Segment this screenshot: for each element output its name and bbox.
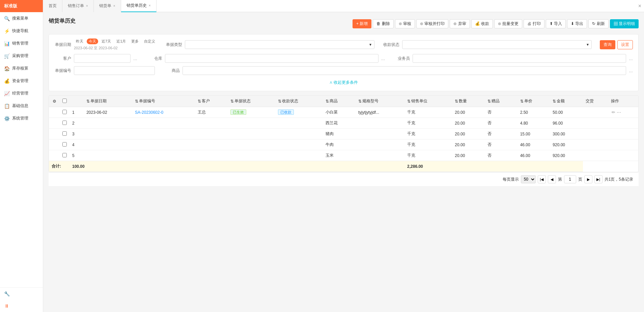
per-page-select[interactable]: 50 (521, 175, 536, 183)
table-header-qty[interactable]: ⇅数量 (452, 96, 485, 107)
delete-button[interactable]: 🗑 删除 (373, 19, 393, 28)
row-unit: 千克 (404, 129, 452, 139)
last-page-button[interactable]: ▶| (594, 175, 603, 183)
row-date: 2023-06-02 (84, 107, 132, 118)
warehouse-dots[interactable]: ... (381, 56, 385, 61)
staff-dots[interactable]: ... (629, 56, 633, 61)
goods-input[interactable] (183, 66, 626, 75)
row-spec: tyjytjytyjdf... (356, 107, 404, 118)
tab-sales-goods-close[interactable]: × (113, 4, 115, 8)
prev-page-button[interactable]: ◀ (548, 175, 556, 183)
sidebar-item-system[interactable]: ⚙️ 系统管理 (0, 112, 43, 125)
next-page-button[interactable]: ▶ (584, 175, 592, 183)
table-header-customer[interactable]: ⇅客户 (195, 96, 228, 107)
table-header-docno[interactable]: ⇅单据编号 (132, 96, 195, 107)
revoke-button[interactable]: ⊙ 弃审 (450, 19, 470, 28)
row-amount: 920.00 (550, 139, 583, 150)
sidebar-item-operations[interactable]: 📈 经营管理 (0, 87, 43, 100)
col-qty-label: 数量 (459, 98, 467, 104)
staff-input[interactable] (413, 54, 626, 63)
sidebar-item-search[interactable]: 🔍 搜索菜单 (0, 12, 43, 25)
tab-home[interactable]: 首页 (43, 0, 62, 12)
row-date (84, 118, 132, 129)
date-today-btn[interactable]: 今天 (87, 38, 98, 44)
row-checkbox[interactable] (60, 139, 69, 150)
table-header-date[interactable]: ⇅单据日期 (84, 96, 132, 107)
sidebar-item-inventory[interactable]: 🏠 库存核算 (0, 62, 43, 75)
date-yesterday-btn[interactable]: 昨天 (74, 38, 85, 44)
tab-sales-order[interactable]: 销售订单 × (62, 0, 94, 12)
warehouse-input[interactable] (165, 54, 379, 63)
first-page-button[interactable]: |◀ (538, 175, 546, 183)
row-goods: 猪肉 (323, 129, 356, 139)
add-button[interactable]: + 新增 (353, 19, 371, 28)
table-header-gear[interactable]: ⚙ (49, 96, 60, 107)
settings-button[interactable]: 设置 (617, 40, 633, 49)
row-price: 46.00 (517, 150, 550, 161)
sidebar-item-basic-info[interactable]: 📋 基础信息 (0, 100, 43, 112)
table-header-amount[interactable]: ⇅金额 (550, 96, 583, 107)
table-row: 2 西兰花 千克 20.00 否 4.80 96.00 (49, 118, 638, 129)
export-button[interactable]: ⬇ 导出 (567, 19, 587, 28)
filter-row-1: 单据日期 昨天 今天 近7天 近1月 更多 自定义 2023-06-02 至 2… (54, 38, 633, 51)
window-close-button[interactable]: × (638, 3, 641, 9)
query-button[interactable]: 查询 (600, 40, 615, 49)
pay-status-select[interactable]: ▾ (402, 40, 592, 49)
edit-icon[interactable]: ✏ (612, 110, 615, 115)
docno-input[interactable] (74, 66, 155, 75)
collapse-row[interactable]: ∧ 收起更多条件 (54, 78, 633, 87)
table-header-price[interactable]: ⇅单价 (517, 96, 550, 107)
tab-sales-history[interactable]: 销货单历史 × (121, 0, 157, 12)
more-icon[interactable]: ⋯ (617, 110, 621, 115)
print-button[interactable]: 🖨 打印 (524, 19, 544, 28)
select-all-checkbox[interactable] (62, 99, 67, 103)
audit-print-button[interactable]: ⊙ 审核并打印 (416, 19, 448, 28)
sidebar-item-label: 系统管理 (12, 115, 28, 121)
date-custom-btn[interactable]: 自定义 (142, 38, 157, 44)
row-unit: 千克 (404, 118, 452, 129)
sidebar-item-quicknav[interactable]: ⚡ 快捷导航 (0, 25, 43, 37)
tab-sales-order-close[interactable]: × (86, 4, 88, 8)
sidebar-item-sales[interactable]: 📊 销售管理 (0, 37, 43, 50)
row-customer (195, 150, 228, 161)
row-doc-status: 已生效 (228, 107, 275, 118)
row-checkbox[interactable] (60, 118, 69, 129)
page-number-input[interactable]: 1 (564, 175, 576, 183)
row-checkbox[interactable] (60, 150, 69, 161)
row-checkbox[interactable] (60, 107, 69, 118)
customer-dots[interactable]: ... (133, 56, 137, 61)
sidebar-item-pause[interactable]: ⏸ (0, 300, 43, 312)
table-header-doc-status[interactable]: ⇅单据状态 (228, 96, 275, 107)
table-header-pay-status[interactable]: ⇅收款状态 (275, 96, 323, 107)
show-detail-button[interactable]: ▦ 显示明细 (610, 19, 639, 28)
refresh-button[interactable]: ↻ 刷新 (588, 19, 608, 28)
collect-button[interactable]: 💰 收款 (471, 19, 493, 28)
batch-change-button[interactable]: ⊙ 批量变更 (494, 19, 522, 28)
customer-input[interactable] (74, 54, 131, 63)
tab-sales-history-close[interactable]: × (149, 4, 151, 7)
row-gear (49, 129, 60, 139)
goods-dots[interactable]: ... (629, 68, 633, 73)
row-checkbox[interactable] (60, 129, 69, 139)
docno-link[interactable]: SA-20230602-0 (135, 110, 163, 115)
row-docno (132, 129, 195, 139)
table-header-checkbox[interactable] (60, 96, 69, 107)
date-1month-btn[interactable]: 近1月 (114, 38, 128, 44)
tab-sales-goods[interactable]: 销货单 × (94, 0, 121, 12)
date-7days-btn[interactable]: 近7天 (100, 38, 113, 44)
doc-type-select[interactable]: ▾ (185, 40, 374, 49)
table-header-goods[interactable]: ⇅商品 (323, 96, 356, 107)
table-header-gift[interactable]: ⇅赠品 (485, 96, 517, 107)
row-qty: 20.00 (452, 150, 485, 161)
audit-button[interactable]: ⊙ 审核 (395, 19, 415, 28)
sidebar-item-purchase[interactable]: 🛒 采购管理 (0, 50, 43, 62)
pause-icon: ⏸ (4, 303, 9, 309)
row-doc-status (228, 118, 275, 129)
import-button[interactable]: ⬆ 导入 (546, 19, 566, 28)
date-more-btn[interactable]: 更多 (129, 38, 141, 44)
table-header-unit[interactable]: ⇅销售单位 (404, 96, 452, 107)
sidebar-item-finance[interactable]: 💰 资金管理 (0, 75, 43, 87)
sidebar-item-tools[interactable]: 🔧 (0, 288, 43, 300)
row-gear (49, 107, 60, 118)
table-header-spec[interactable]: ⇅规格型号 (356, 96, 404, 107)
